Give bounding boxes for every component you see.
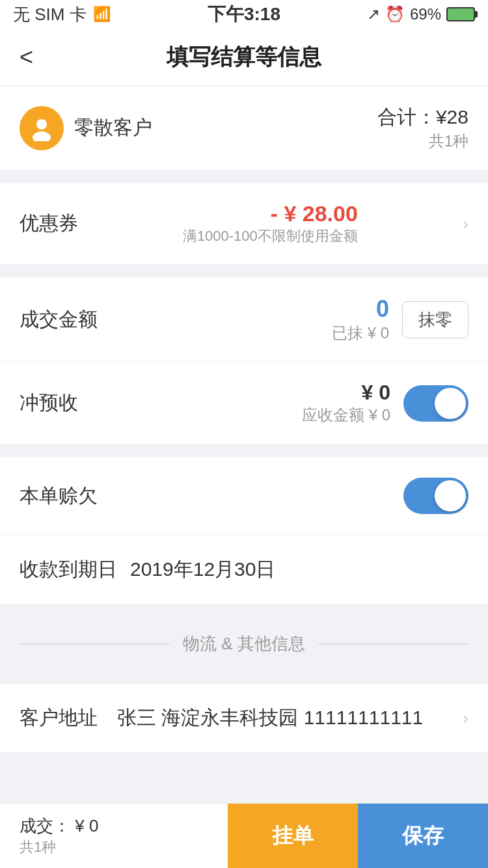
section-gap-2 — [0, 264, 488, 277]
address-value: 张三 海淀永丰科技园 11111111111 — [117, 705, 463, 731]
status-right: ↗ ⏰ 69% — [367, 5, 475, 23]
deal-value-wrap: 0 已抹 ¥ 0 — [332, 295, 389, 344]
address-label: 客户地址 — [20, 705, 98, 731]
wifi-icon: 📶 — [93, 6, 111, 23]
bottom-deal-count: 共1种 — [20, 837, 208, 857]
pre-value: ¥ 0 — [302, 381, 390, 405]
pre-receipt-row: 冲预收 ¥ 0 应收金额 ¥ 0 — [0, 362, 488, 444]
address-chevron-icon: › — [463, 708, 468, 729]
credit-toggle[interactable] — [403, 478, 468, 514]
customer-left: 零散客户 — [20, 106, 152, 150]
person-icon — [29, 115, 55, 141]
customer-summary: 合计：¥28 共1种 — [377, 104, 468, 152]
back-button[interactable]: < — [20, 44, 33, 71]
logistics-divider: 物流 & 其他信息 — [0, 617, 488, 671]
credit-row: 本单赊欠 — [0, 457, 488, 535]
bottom-deal-label: 成交： ¥ 0 — [20, 815, 208, 837]
divider-line-right — [318, 644, 468, 644]
battery-label: 69% — [410, 5, 441, 23]
pre-receipt-toggle[interactable] — [403, 385, 468, 422]
nav-bar: < 填写结算等信息 — [0, 29, 488, 86]
credit-label: 本单赊欠 — [20, 483, 98, 509]
alarm-icon: ⏰ — [385, 5, 405, 23]
deal-amount-label: 成交金额 — [20, 306, 98, 333]
chevron-right-icon: › — [463, 213, 468, 234]
coupon-amount: - ¥ 28.00 — [183, 201, 358, 226]
pre-receipt-section: 冲预收 ¥ 0 应收金额 ¥ 0 — [0, 362, 488, 444]
avatar — [20, 106, 64, 150]
due-date-label: 收款到期日 — [20, 556, 117, 583]
deal-amount-row: 成交金额 0 已抹 ¥ 0 抹零 — [0, 277, 488, 362]
svg-point-1 — [33, 131, 51, 141]
due-date-value: 2019年12月30日 — [130, 556, 275, 583]
hang-button[interactable]: 挂单 — [228, 804, 358, 868]
bottom-summary: 成交： ¥ 0 共1种 — [0, 804, 228, 868]
coupon-row[interactable]: 优惠券 - ¥ 28.00 满1000-100不限制使用金额 › — [0, 183, 488, 264]
address-section[interactable]: 客户地址 张三 海淀永丰科技园 11111111111 › — [0, 684, 488, 752]
customer-total: 合计：¥28 — [377, 104, 468, 131]
toggle-thumb — [435, 388, 466, 419]
section-gap-1 — [0, 170, 488, 183]
pre-sub: 应收金额 ¥ 0 — [302, 405, 390, 426]
pre-receipt-right: ¥ 0 应收金额 ¥ 0 — [302, 381, 468, 426]
coupon-label: 优惠券 — [20, 210, 78, 237]
section-gap-5 — [0, 671, 488, 684]
carrier-label: 无 SIM 卡 — [13, 3, 87, 26]
pre-value-wrap: ¥ 0 应收金额 ¥ 0 — [302, 381, 390, 426]
round-zero-button[interactable]: 抹零 — [402, 301, 468, 338]
due-date-row: 收款到期日 2019年12月30日 — [0, 536, 488, 604]
divider-line-left — [20, 644, 170, 644]
section-gap-3 — [0, 444, 488, 457]
deal-sub: 已抹 ¥ 0 — [332, 323, 389, 344]
page-title: 填写结算等信息 — [167, 42, 321, 72]
coupon-right: - ¥ 28.00 满1000-100不限制使用金额 — [183, 201, 358, 246]
bottom-bar: 成交： ¥ 0 共1种 挂单 保存 — [0, 803, 488, 868]
deal-amount-section: 成交金额 0 已抹 ¥ 0 抹零 — [0, 277, 488, 362]
customer-count: 共1种 — [377, 131, 468, 152]
coupon-section[interactable]: 优惠券 - ¥ 28.00 满1000-100不限制使用金额 › — [0, 183, 488, 264]
due-date-section: 收款到期日 2019年12月30日 — [0, 535, 488, 604]
pre-receipt-label: 冲预收 — [20, 390, 78, 416]
deal-right: 0 已抹 ¥ 0 抹零 — [332, 295, 468, 344]
customer-section: 零散客户 合计：¥28 共1种 — [0, 86, 488, 170]
address-row[interactable]: 客户地址 张三 海淀永丰科技园 11111111111 › — [0, 684, 488, 752]
coupon-hint: 满1000-100不限制使用金额 — [183, 226, 358, 246]
credit-section: 本单赊欠 — [0, 457, 488, 535]
logistics-label: 物流 & 其他信息 — [170, 632, 318, 655]
status-bar: 无 SIM 卡 📶 下午3:18 ↗ ⏰ 69% — [0, 0, 488, 29]
location-icon: ↗ — [367, 5, 380, 23]
save-button[interactable]: 保存 — [358, 804, 488, 868]
credit-toggle-thumb — [435, 480, 466, 511]
customer-name: 零散客户 — [74, 115, 152, 141]
status-time: 下午3:18 — [208, 2, 280, 27]
battery-icon — [446, 7, 475, 21]
svg-point-0 — [36, 119, 47, 129]
customer-row: 零散客户 合计：¥28 共1种 — [0, 86, 488, 170]
deal-value: 0 — [332, 295, 389, 323]
section-gap-4 — [0, 604, 488, 617]
status-left: 无 SIM 卡 📶 — [13, 3, 111, 26]
